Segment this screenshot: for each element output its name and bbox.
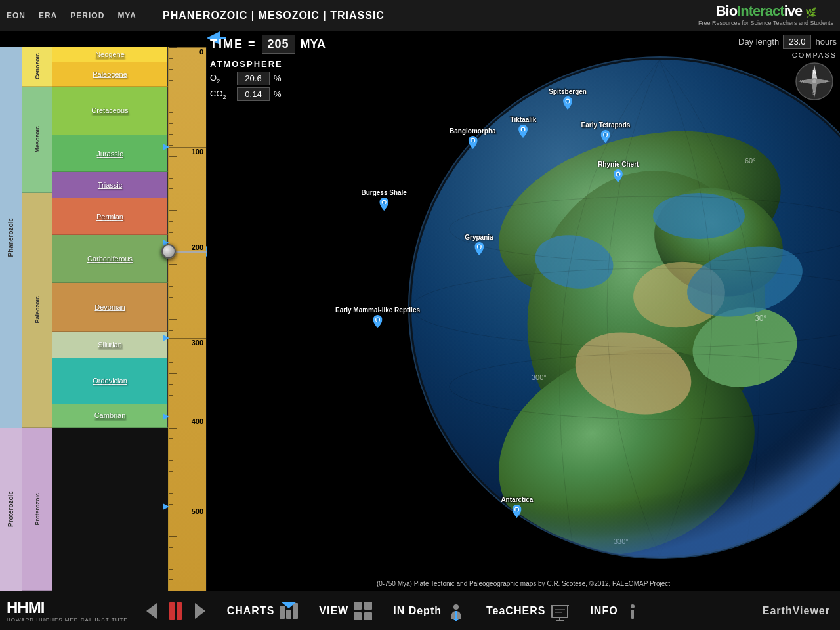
view-label[interactable]: VIEW: [319, 605, 348, 617]
compass-rose: N S E W: [795, 62, 834, 101]
co2-row: CO2 0.14 %: [210, 87, 326, 101]
period-devonian[interactable]: Devonian: [52, 283, 168, 332]
compass-label: COMPASS: [792, 51, 837, 59]
bottom-toolbar: HHMI HOWARD HUGHES MEDICAL INSTITUTE CHA…: [0, 591, 840, 630]
period-triassic[interactable]: Triassic: [52, 172, 168, 198]
next-button[interactable]: [190, 600, 211, 621]
charts-label[interactable]: CHARTS: [227, 605, 275, 617]
svg-point-5: [812, 79, 816, 83]
info-panel: TIME = 205 MYA ATMOSPHERE O2 20.6 % CO2 …: [210, 35, 326, 103]
pin-early_tetrapods[interactable]: Early Tetrapods: [581, 121, 631, 143]
atmosphere-title: ATMOSPHERE: [210, 59, 326, 69]
period-jurassic[interactable]: Jurassic: [52, 135, 168, 172]
eon-phanerozoic: Phanerozoic: [0, 47, 22, 428]
o2-formula: O2: [210, 73, 233, 85]
period-carboniferous[interactable]: Carboniferous: [52, 235, 168, 283]
mya-arrow-400: [163, 413, 169, 420]
biointeractive-logo: BioInteractive 🌿 Free Resources for Scie…: [698, 3, 833, 26]
o2-row: O2 20.6 %: [210, 72, 326, 85]
prev-button[interactable]: [141, 600, 162, 621]
mya-arrow-300: [163, 335, 169, 341]
timeline-panel: PhanerozoicProterozoicCenozoicMesozoicPa…: [0, 47, 207, 591]
time-label: TIME =: [210, 37, 257, 51]
pause-button[interactable]: [165, 600, 186, 621]
time-value: 205: [262, 35, 295, 54]
svg-rect-64: [631, 610, 634, 619]
svg-rect-54: [364, 612, 372, 620]
o2-unit: %: [274, 74, 282, 83]
app-header: EON ERA PERIOD MYA PHANEROZOIC | MESOZOI…: [0, 0, 840, 32]
pin-antarctica[interactable]: Antarctica: [501, 496, 533, 518]
era-proterozoic: Proterozoic: [22, 428, 52, 591]
day-length-label: Day length: [738, 37, 779, 47]
svg-point-55: [453, 604, 459, 610]
mya-arrow-500: [163, 503, 169, 510]
period-ordovician[interactable]: Ordovician: [52, 358, 168, 404]
svg-rect-51: [354, 602, 362, 610]
period-silurian[interactable]: Silurian: [52, 332, 168, 358]
svg-rect-52: [364, 602, 372, 610]
svg-text:N: N: [812, 68, 817, 75]
info-section[interactable]: INFO: [580, 600, 652, 621]
view-icon[interactable]: [352, 600, 373, 621]
pin-rhynie_chert[interactable]: Rhynie Chert: [598, 161, 639, 182]
pin-burgess_shale[interactable]: Burgess Shale: [361, 189, 406, 211]
svg-marker-57: [453, 619, 459, 621]
period-neogene[interactable]: Neogene: [52, 47, 168, 62]
timeline-slider[interactable]: [161, 244, 176, 259]
day-length-unit: hours: [815, 37, 837, 47]
pin-tiktaalik[interactable]: Tiktaalik: [511, 116, 537, 138]
svg-rect-53: [354, 612, 362, 620]
svg-rect-48: [286, 610, 291, 619]
pin-bangiomorpha[interactable]: Bangiomorpha: [450, 127, 496, 149]
teachers-icon[interactable]: [549, 600, 570, 621]
svg-rect-47: [280, 606, 285, 619]
day-length-value: 23.0: [783, 35, 811, 49]
svg-rect-49: [293, 603, 298, 619]
pin-grypania[interactable]: Grypania: [465, 234, 493, 255]
day-length-display: Day length 23.0 hours: [738, 35, 837, 49]
period-cretaceous[interactable]: Cretaceous: [52, 87, 168, 136]
atmosphere-section: ATMOSPHERE O2 20.6 % CO2 0.14 %: [210, 59, 326, 101]
svg-text:E: E: [825, 79, 828, 84]
view-section[interactable]: VIEW: [309, 600, 383, 621]
era-cenozoic: Cenozoic: [22, 47, 52, 87]
mya-ruler[interactable]: 0100200300400500: [168, 47, 206, 591]
info-label[interactable]: INFO: [590, 605, 618, 617]
hhmi-logo: HHMI HOWARD HUGHES MEDICAL INSTITUTE: [0, 595, 135, 626]
period-permian[interactable]: Permian: [52, 198, 168, 235]
period-paleogene[interactable]: Paleogene: [52, 62, 168, 86]
pin-early_mammal[interactable]: Early Mammal-like Reptiles: [335, 306, 420, 328]
period-cambrian[interactable]: Cambrian: [52, 404, 168, 428]
period-column-header: PERIOD: [70, 11, 104, 20]
compass-container: COMPASS N S E W: [792, 51, 837, 101]
mya-arrow-100: [163, 144, 169, 150]
breadcrumb: PHANEROZOIC | MESOZOIC | TRIASSIC: [163, 10, 385, 22]
info-icon[interactable]: [622, 600, 643, 621]
co2-unit: %: [274, 89, 282, 99]
in-depth-icon[interactable]: [446, 600, 467, 621]
nav-controls[interactable]: [135, 600, 217, 621]
charts-icon[interactable]: [278, 600, 299, 621]
svg-text:S: S: [812, 91, 816, 95]
teachers-label[interactable]: TeaCHERS: [486, 605, 545, 617]
globe-area: TIME = 205 MYA ATMOSPHERE O2 20.6 % CO2 …: [207, 32, 840, 591]
earthviewer-label: EarthViewer: [763, 605, 840, 617]
svg-rect-58: [552, 606, 568, 618]
eon-proterozoic: Proterozoic: [0, 428, 22, 591]
svg-marker-45: [146, 603, 157, 619]
eon-column-header: EON: [7, 11, 26, 20]
o2-value: 20.6: [237, 72, 270, 85]
era-column-header: ERA: [39, 11, 57, 20]
co2-formula: CO2: [210, 89, 233, 100]
teachers-section[interactable]: TeaCHERS: [476, 600, 580, 621]
in-depth-section[interactable]: IN Depth: [383, 600, 476, 621]
logo-text: BioInteractive 🌿: [698, 3, 833, 20]
pin-spitsbergen[interactable]: Spitsbergen: [549, 88, 587, 110]
charts-section[interactable]: CHARTS: [217, 600, 310, 621]
time-display: TIME = 205 MYA: [210, 35, 326, 54]
mya-column-header: MYA: [117, 11, 136, 20]
time-unit: MYA: [301, 37, 326, 51]
logo-subtitle: Free Resources for Science Teachers and …: [698, 20, 833, 26]
in-depth-label[interactable]: IN Depth: [393, 605, 442, 617]
